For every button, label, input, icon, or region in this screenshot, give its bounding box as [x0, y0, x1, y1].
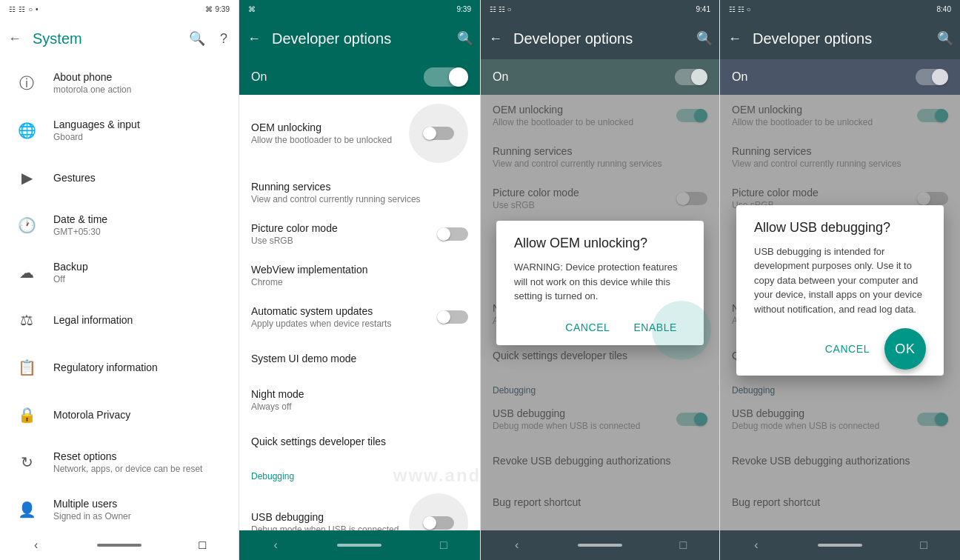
- dev-item-usb[interactable]: USB debugging Debug mode when USB is con…: [239, 484, 480, 530]
- about-title: About phone: [53, 71, 227, 83]
- night-text: Night mode Always off: [251, 388, 468, 412]
- back-button-p3[interactable]: ←: [487, 30, 504, 47]
- search-button-p1[interactable]: 🔍: [188, 30, 206, 47]
- nav-recents-p1[interactable]: □: [191, 539, 213, 552]
- usb-toggle[interactable]: [423, 515, 454, 530]
- settings-item-motorola[interactable]: 🔒 Motorola Privacy: [0, 391, 239, 439]
- autoupdate-text: Automatic system updates Apply updates w…: [251, 305, 437, 329]
- gestures-title: Gestures: [53, 172, 227, 184]
- toolbar-title-p3: Developer options: [513, 30, 687, 47]
- nav-bar-p1: ‹ □: [0, 530, 239, 560]
- notification-icons-p4: ☷ ☷ ○: [729, 5, 751, 13]
- system-icons-p2: 9:39: [457, 5, 471, 13]
- notification-icons-p2: ⌘: [248, 5, 256, 13]
- nav-back-p1[interactable]: ‹: [25, 539, 47, 552]
- settings-item-users[interactable]: 👤 Multiple users Signed in as Owner: [0, 486, 239, 530]
- nav-home-p1[interactable]: [97, 544, 141, 547]
- gestures-icon: ▶: [12, 163, 41, 193]
- nav-home-p2[interactable]: [337, 544, 381, 547]
- gestures-text: Gestures: [53, 172, 227, 184]
- doc-icon: ☷: [19, 5, 25, 13]
- users-subtitle: Signed in as Owner: [53, 511, 227, 521]
- nav-back-p2[interactable]: ‹: [264, 539, 287, 552]
- oem-toggle-thumb: [423, 127, 436, 140]
- settings-item-reset[interactable]: ↻ Reset options Network, apps, or device…: [0, 439, 239, 486]
- dev-item-webview[interactable]: WebView implementation Chrome: [239, 255, 480, 296]
- regulatory-text: Regulatory information: [53, 361, 227, 373]
- search-button-p2[interactable]: 🔍: [456, 30, 474, 47]
- nav-bar-p4: ‹ □: [720, 530, 960, 560]
- enable-circle-highlight: [652, 301, 711, 360]
- dev-item-tiles[interactable]: Quick settings developer tiles: [239, 421, 480, 462]
- usb-toggle-wrapper: [409, 493, 468, 530]
- usb-dialog: Allow USB debugging? USB debugging is in…: [736, 205, 944, 376]
- shield-icon: ○: [28, 5, 33, 13]
- dev-item-running[interactable]: Running services View and control curren…: [239, 172, 480, 213]
- webview-text: WebView implementation Chrome: [251, 264, 468, 287]
- picture-toggle[interactable]: [437, 226, 468, 242]
- oem-toggle[interactable]: [423, 125, 454, 141]
- demo-text: System UI demo mode: [251, 353, 468, 364]
- autoupdate-toggle[interactable]: [437, 309, 468, 325]
- nav-home-p4[interactable]: [818, 544, 862, 547]
- toolbar-p2: ← Developer options 🔍: [239, 18, 480, 59]
- developer-on-label-p4: On: [732, 70, 916, 84]
- nav-recents-p3[interactable]: □: [672, 539, 694, 552]
- back-button-p2[interactable]: ←: [245, 30, 263, 47]
- dev-item-demo[interactable]: System UI demo mode: [239, 338, 480, 379]
- usb-dialog-body: USB debugging is intended for developmen…: [754, 244, 926, 317]
- nav-recents-p4[interactable]: □: [913, 539, 935, 552]
- nav-recents-p2[interactable]: □: [433, 539, 455, 552]
- back-button-p4[interactable]: ←: [726, 30, 744, 47]
- toolbar-p1: ← System 🔍 ?: [0, 18, 239, 59]
- reset-subtitle: Network, apps, or device can be reset: [53, 464, 227, 474]
- dev-item-oem[interactable]: OEM unlocking Allow the bootloader to be…: [239, 95, 480, 172]
- oem-text: OEM unlocking Allow the bootloader to be…: [251, 121, 409, 145]
- dev-item-picture[interactable]: Picture color mode Use sRGB: [239, 213, 480, 255]
- oem-dialog-panel: ☷ ☷ ○ 9:41 ← Developer options 🔍 On OEM …: [481, 0, 720, 560]
- tiles-text: Quick settings developer tiles: [251, 436, 468, 447]
- search-button-p3[interactable]: 🔍: [696, 30, 713, 47]
- picture-toggle-thumb: [437, 227, 450, 241]
- dev-item-night[interactable]: Night mode Always off: [239, 379, 480, 421]
- developer-toggle[interactable]: [424, 65, 468, 89]
- settings-item-regulatory[interactable]: 📋 Regulatory information: [0, 344, 239, 391]
- dev-item-autoupdate[interactable]: Automatic system updates Apply updates w…: [239, 296, 480, 338]
- developer-panel: ⌘ 9:39 ← Developer options 🔍 On OEM unlo…: [239, 0, 481, 560]
- nav-back-p3[interactable]: ‹: [506, 539, 528, 552]
- time-p3: 9:41: [696, 5, 710, 13]
- oem-cancel-button[interactable]: Cancel: [556, 316, 619, 339]
- nav-bar-p3: ‹ □: [481, 530, 719, 560]
- motorola-text: Motorola Privacy: [53, 409, 227, 421]
- languages-title: Languages & input: [53, 119, 227, 130]
- oem-title: OEM unlocking: [251, 121, 409, 133]
- running-subtitle: View and control currently running servi…: [251, 194, 468, 204]
- icons-p3: ☷ ☷ ○: [490, 5, 512, 13]
- backup-subtitle: Off: [53, 274, 227, 284]
- system-icons-p1: ⌘ 9:39: [205, 5, 230, 13]
- nav-back-p4[interactable]: ‹: [745, 539, 767, 552]
- usb-ok-button[interactable]: OK: [884, 328, 926, 370]
- settings-item-backup[interactable]: ☁ Backup Off: [0, 249, 239, 296]
- back-button-p1[interactable]: ←: [6, 30, 24, 47]
- usb-title: USB debugging: [251, 511, 409, 523]
- settings-item-about[interactable]: ⓘ About phone motorola one action: [0, 59, 239, 107]
- regulatory-title: Regulatory information: [53, 361, 227, 373]
- search-button-p4[interactable]: 🔍: [936, 30, 954, 47]
- toolbar-title-p2: Developer options: [272, 30, 447, 47]
- settings-item-languages[interactable]: 🌐 Languages & input Gboard: [0, 107, 239, 154]
- developer-on-row[interactable]: On: [239, 59, 480, 95]
- oem-dialog-body: WARNING: Device protection features will…: [514, 260, 686, 304]
- settings-item-gestures[interactable]: ▶ Gestures: [0, 154, 239, 201]
- nav-bar-p2: ‹ □: [239, 530, 480, 560]
- oem-subtitle: Allow the bootloader to be unlocked: [251, 135, 409, 145]
- autoupdate-toggle-thumb: [437, 310, 450, 324]
- settings-item-datetime[interactable]: 🕐 Date & time GMT+05:30: [0, 201, 239, 249]
- settings-item-legal[interactable]: ⚖ Legal information: [0, 296, 239, 344]
- help-button-p1[interactable]: ?: [215, 30, 233, 47]
- nav-home-p3[interactable]: [578, 544, 622, 547]
- usb-cancel-button[interactable]: Cancel: [816, 337, 879, 361]
- system-icons-p3: 9:41: [696, 5, 710, 13]
- toolbar-p4: ← Developer options 🔍: [720, 18, 960, 59]
- toolbar-title-p4: Developer options: [753, 30, 927, 47]
